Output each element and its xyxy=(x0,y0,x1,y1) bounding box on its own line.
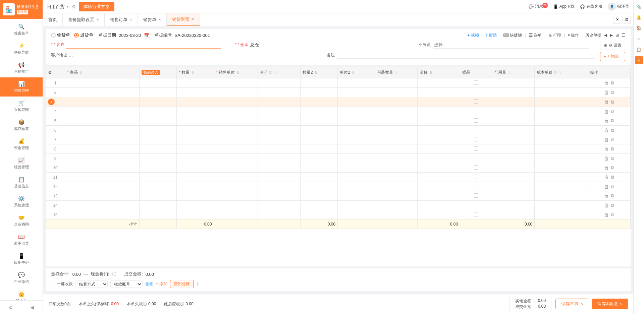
sidebar-collapse-button[interactable]: ◀ xyxy=(29,303,35,311)
app-download-button[interactable]: 📱 App下载 xyxy=(553,4,575,9)
row-copy-icon[interactable]: ⧉ xyxy=(611,174,614,180)
tab-close-window[interactable]: ✕ xyxy=(613,16,621,24)
sidebar-item-shortcut[interactable]: ⚡ 快捷导航 xyxy=(0,39,43,58)
split-help-icon[interactable]: ? xyxy=(196,282,199,287)
gift-checkbox[interactable] xyxy=(474,118,478,123)
customer-picker-dots[interactable]: ... xyxy=(223,42,227,47)
tab-maximize[interactable]: ⊡ xyxy=(623,16,631,24)
toolbar-operate-btn[interactable]: ▾ 操作 xyxy=(568,33,579,38)
tab-home[interactable]: 首页 xyxy=(43,13,63,26)
sidebar-item-enterprise[interactable]: 🤝 企业协同 xyxy=(0,211,43,230)
gift-checkbox[interactable] xyxy=(474,165,478,170)
product-cell[interactable] xyxy=(65,126,140,135)
gift-checkbox[interactable] xyxy=(474,109,478,113)
row-copy-icon[interactable]: ⧉ xyxy=(611,89,614,95)
col-product-header[interactable]: * 商品 ⇅ xyxy=(65,67,140,78)
row-delete-icon[interactable]: 🗑 xyxy=(604,175,609,180)
sidebar-item-purchase[interactable]: 🛒 采购管理 xyxy=(0,97,43,116)
note-input[interactable] xyxy=(337,51,594,59)
right-panel-list-btn[interactable]: 📋 xyxy=(635,46,643,54)
product-cell[interactable] xyxy=(65,107,140,116)
row-copy-icon[interactable]: ⧉ xyxy=(611,118,614,124)
user-profile[interactable]: 👤 徐泽华 xyxy=(608,3,629,11)
salesperson-input[interactable] xyxy=(433,41,589,49)
product-input[interactable] xyxy=(67,100,137,105)
row-delete-icon[interactable]: 🗑 xyxy=(604,156,609,161)
tab-delivery-close[interactable]: ✕ xyxy=(158,18,161,21)
product-cell[interactable] xyxy=(65,173,140,182)
toolbar-print-btn[interactable]: 🖨 打印 xyxy=(548,33,561,38)
account-select[interactable]: 收款账号 xyxy=(110,280,143,288)
col-unit2-header[interactable]: 单位2 ⇅ xyxy=(338,67,375,78)
settlement-method-select[interactable]: 结算方式 xyxy=(75,280,108,288)
sidebar-item-appstore[interactable]: 📱 应用中心 xyxy=(0,249,43,268)
right-panel-active-btn[interactable]: 🔒 xyxy=(635,56,643,64)
row-delete-icon[interactable]: 🗑 xyxy=(604,90,609,95)
toolbar-grid1-btn[interactable]: ⊞ xyxy=(615,33,619,38)
payment-checkbox-box[interactable] xyxy=(51,282,55,286)
settings-button[interactable]: ⚙ ⚙ 设置 xyxy=(600,41,625,50)
pkgqty-sort-icon[interactable]: ⇅ xyxy=(395,71,398,74)
gift-checkbox[interactable] xyxy=(474,175,478,179)
module-selector[interactable]: 日用百货 ▼ xyxy=(47,4,69,10)
product-cell[interactable] xyxy=(65,154,140,163)
row-copy-icon[interactable]: ⧉ xyxy=(611,155,614,161)
sidebar-item-operations[interactable]: 📈 经营管理 xyxy=(0,154,43,173)
col-gift-header[interactable]: 赠品 xyxy=(460,67,492,78)
row-copy-icon[interactable]: ⧉ xyxy=(611,109,614,114)
amount-sort-icon[interactable]: ⇅ xyxy=(430,71,432,74)
row-delete-icon[interactable]: 🗑 xyxy=(604,109,609,114)
scan-input-button[interactable]: 扫码录入 xyxy=(142,70,160,75)
sidebar-item-vip[interactable]: 👑 畅会员 xyxy=(0,288,43,300)
tab-price-close[interactable]: ✕ xyxy=(96,18,99,21)
toolbar-history-btn[interactable]: 历史单据 xyxy=(585,33,601,38)
row-delete-icon[interactable]: 🗑 xyxy=(604,99,609,105)
product-cell[interactable] xyxy=(65,182,140,191)
toolbar-prev-btn[interactable]: ◀ xyxy=(604,33,607,38)
gift-checkbox[interactable] xyxy=(474,80,478,85)
toolbar-shortcut-btn[interactable]: ⌨ 快捷键 xyxy=(503,33,522,38)
tab-price[interactable]: 售价提取设置 ✕ xyxy=(63,13,105,26)
logistics-button[interactable]: + + 物流 xyxy=(600,52,625,61)
right-panel-bell-btn[interactable]: 🔔 xyxy=(635,13,643,21)
gift-checkbox[interactable] xyxy=(474,146,478,151)
radio-return[interactable]: 退货单 xyxy=(74,32,93,38)
unit-sort-icon[interactable]: ⇅ xyxy=(237,71,239,74)
product-cell[interactable] xyxy=(65,201,140,210)
product-cell[interactable] xyxy=(65,88,140,97)
address-picker-dots[interactable]: ... xyxy=(69,53,73,58)
save-new-button[interactable]: 保存&新增 ∧ xyxy=(592,299,628,309)
row-copy-icon[interactable]: ⧉ xyxy=(611,137,614,142)
row-delete-icon[interactable]: 🗑 xyxy=(604,118,609,124)
customer-input[interactable] xyxy=(66,41,221,49)
one-click-payment-checkbox[interactable]: 一键收款 xyxy=(51,281,73,287)
row-delete-icon[interactable]: 🗑 xyxy=(604,193,609,199)
product-cell[interactable] xyxy=(65,210,140,219)
row-delete-icon[interactable]: 🗑 xyxy=(604,128,609,133)
sidebar-item-basic[interactable]: 📋 基础信息 xyxy=(0,173,43,192)
product-cell[interactable] xyxy=(65,116,140,126)
row-delete-icon[interactable]: 🗑 xyxy=(604,146,609,152)
toolbar-help-btn[interactable]: ? 帮助 xyxy=(485,33,497,38)
product-cell[interactable] xyxy=(65,135,140,144)
qty-sort-icon[interactable]: ⇅ xyxy=(192,71,194,74)
product-cell[interactable] xyxy=(65,191,140,201)
right-panel-home-btn[interactable]: 🏠 xyxy=(635,24,643,32)
sidebar-item-inventory[interactable]: 📦 库存核算 xyxy=(0,116,43,135)
product-cell[interactable] xyxy=(65,163,140,173)
available-sort-icon[interactable]: ⇅ xyxy=(508,71,511,74)
col-available-header[interactable]: 可用量 ⇅ xyxy=(492,67,535,78)
gift-checkbox[interactable] xyxy=(474,99,478,104)
gift-checkbox[interactable] xyxy=(474,212,478,216)
row-delete-icon[interactable]: 🗑 xyxy=(604,80,609,86)
tab-order[interactable]: 销售订单 ✕ xyxy=(105,13,138,26)
table-container[interactable]: ⚙ * 商品 ⇅ 扫码录入 * 数量 ⇅ xyxy=(46,67,631,266)
row-copy-icon[interactable]: ⧉ xyxy=(611,146,614,152)
row-delete-icon[interactable]: 🗑 xyxy=(604,137,609,142)
row-delete-icon[interactable]: 🗑 xyxy=(604,212,609,217)
warehouse-picker-dots[interactable]: ... xyxy=(261,42,265,47)
sidebar-item-search[interactable]: 🔍 搜索菜单 xyxy=(0,20,43,39)
radio-delivery[interactable]: 销货单 xyxy=(51,32,70,38)
price-sort-icon[interactable]: ⇅ xyxy=(274,71,277,74)
gift-checkbox[interactable] xyxy=(474,90,478,94)
